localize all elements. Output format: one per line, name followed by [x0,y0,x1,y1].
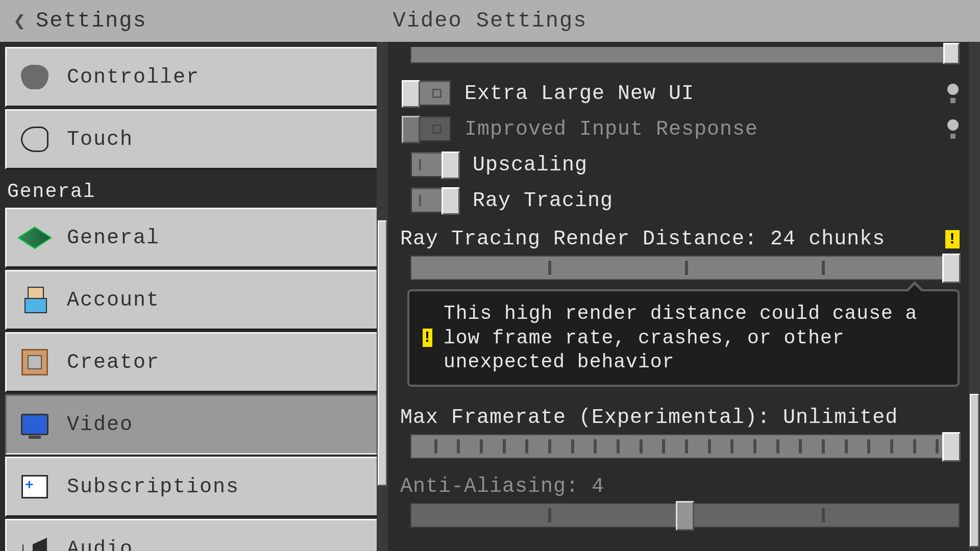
rt-render-distance-label-row: Ray Tracing Render Distance: 24 chunks ! [400,218,962,256]
sidebar-item-general[interactable]: General [5,208,383,268]
anti-aliasing-label: Anti-Aliasing: 4 [400,475,604,498]
warning-icon: ! [423,329,432,347]
info-icon[interactable] [946,84,960,103]
sidebar-item-label: Subscriptions [67,475,239,498]
calendar-plus-icon [21,473,48,500]
slider-handle[interactable] [942,254,961,283]
sidebar-item-subscriptions[interactable]: Subscriptions [5,457,383,517]
toggle-extra-large-ui[interactable] [402,81,451,106]
option-label: Ray Tracing [473,189,613,212]
toggle-state-icon [419,159,421,170]
toggle-state-icon [419,195,421,206]
speaker-icon [21,535,48,551]
sidebar-item-label: Account [67,289,160,312]
sidebar-item-label: Controller [67,66,200,89]
toggle-knob [402,116,420,143]
render-distance-warning: ! This high render distance could cause … [407,289,960,387]
account-icon [21,286,48,314]
sidebar-item-label: Video [67,413,133,436]
page-title: Video Settings [393,9,587,33]
toggle-knob [402,80,420,108]
info-icon[interactable] [946,119,960,139]
sidebar-item-creator[interactable]: Creator [5,332,383,392]
toggle-ray-tracing[interactable] [410,188,459,213]
slider-handle[interactable] [942,432,961,462]
header: ❮ Settings Video Settings [0,0,980,42]
main-inner: Extra Large New UI Improved Input Respon… [400,47,973,528]
controller-icon [21,63,48,91]
option-ray-tracing: Ray Tracing [400,183,962,218]
sidebar-list: Controller Touch General General Account… [5,47,383,551]
sidebar-group-general: General [5,171,383,208]
cube-icon [21,224,48,252]
warning-text: This high render distance could cause a … [444,302,944,374]
page-title-wrap: Video Settings [194,9,980,33]
sidebar-scrollbar[interactable] [377,42,388,551]
sidebar-item-video[interactable]: Video [5,394,383,455]
rt-render-distance-slider[interactable] [410,256,960,280]
scrollbar-thumb[interactable] [378,220,387,486]
option-extra-large-ui: Extra Large New UI [400,76,962,111]
anti-aliasing-slider [410,503,960,528]
max-framerate-label: Max Framerate (Experimental): Unlimited [400,406,898,429]
truncated-slider[interactable] [410,47,960,63]
option-upscaling: Upscaling [400,147,962,183]
toggle-upscaling[interactable] [410,152,459,178]
sidebar-item-label: Audio [67,538,133,552]
back-label: Settings [36,9,147,33]
back-button[interactable]: ❮ Settings [0,9,147,34]
main-panel: Extra Large New UI Improved Input Respon… [388,42,980,551]
sidebar-item-audio[interactable]: Audio [5,519,383,551]
sidebar-item-label: Touch [67,128,133,151]
sidebar-item-account[interactable]: Account [5,270,383,330]
warning-icon[interactable]: ! [945,230,960,248]
option-label: Extra Large New UI [464,82,694,105]
max-framerate-slider[interactable] [410,434,960,459]
option-label: Improved Input Response [464,118,758,141]
toggle-state-icon [432,124,442,134]
sidebar-item-touch[interactable]: Touch [5,109,383,169]
rt-render-distance-label: Ray Tracing Render Distance: 24 chunks [400,228,885,251]
content: Controller Touch General General Account… [0,42,980,551]
option-label: Upscaling [473,154,587,177]
max-framerate-label-row: Max Framerate (Experimental): Unlimited [400,397,962,434]
touch-icon [21,126,48,153]
toggle-knob [442,152,460,179]
anti-aliasing-label-row: Anti-Aliasing: 4 [400,466,962,503]
slider-handle[interactable] [943,43,960,64]
sidebar-item-controller[interactable]: Controller [5,47,383,107]
main-scrollbar[interactable] [969,42,980,551]
chevron-left-icon: ❮ [13,9,27,34]
option-improved-input: Improved Input Response [400,111,962,147]
toggle-state-icon [432,89,442,98]
sidebar: Controller Touch General General Account… [0,42,388,551]
toggle-improved-input [402,116,451,142]
toggle-knob [442,187,460,215]
scrollbar-thumb[interactable] [970,394,979,547]
sidebar-item-label: Creator [67,351,160,374]
monitor-icon [21,411,48,438]
command-block-icon [21,348,48,376]
slider-handle [676,501,694,531]
sidebar-item-label: General [67,227,160,249]
